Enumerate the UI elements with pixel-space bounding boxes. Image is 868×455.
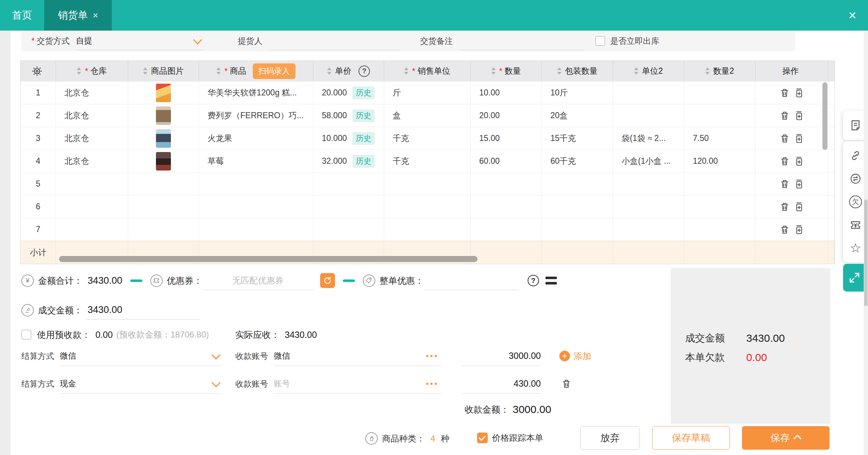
header-product-image[interactable]: 商品图片 — [128, 61, 199, 81]
cell-unit2[interactable]: 袋(1袋 ≈ 2... — [613, 127, 684, 150]
sort-icons[interactable] — [634, 67, 638, 75]
copy-row-icon[interactable] — [792, 86, 806, 100]
page-scrollbar-thumb[interactable] — [864, 199, 868, 306]
cell-price[interactable]: 10.000历史 — [313, 127, 384, 150]
header-unit2[interactable]: 单位2 — [613, 61, 684, 81]
cell-product[interactable]: 华美华夫软饼1200g 糕... — [199, 82, 313, 104]
delivery-method-select[interactable]: 自提 — [76, 32, 203, 50]
price-help-icon[interactable]: ? — [359, 66, 370, 77]
payment-amount-input[interactable]: 3000.00 — [462, 346, 541, 366]
cell-qty2[interactable] — [684, 173, 755, 195]
header-product[interactable]: * 商品 扫码录入 — [199, 61, 313, 81]
product-image[interactable] — [156, 84, 171, 102]
cell-price[interactable]: 32.000历史 — [313, 150, 384, 172]
copy-row-icon[interactable] — [792, 177, 806, 191]
payment-amount-input[interactable]: 430.00 — [462, 374, 541, 394]
tab-close-icon[interactable]: × — [93, 10, 98, 21]
cell-sale-unit[interactable] — [384, 195, 471, 218]
cell-qty2[interactable] — [684, 218, 755, 241]
delivery-note-input[interactable] — [459, 32, 584, 50]
cell-qty[interactable]: 10.00 — [471, 82, 542, 104]
cell-qty2[interactable] — [684, 82, 755, 104]
save-button[interactable]: 保存 — [742, 426, 830, 450]
cell-sale-unit[interactable] — [384, 218, 471, 241]
sort-icons[interactable] — [705, 67, 710, 75]
cell-sale-unit[interactable]: 盒 — [384, 104, 471, 127]
copy-row-icon[interactable] — [792, 154, 806, 168]
cell-sale-unit[interactable]: 千克 — [384, 127, 471, 150]
cell-qty[interactable]: 60.00 — [471, 150, 542, 172]
delete-payment-icon[interactable] — [559, 377, 574, 391]
product-image[interactable] — [156, 106, 171, 125]
settle-method-select[interactable]: 微信 — [60, 346, 222, 366]
cell-product[interactable]: 草莓 — [199, 150, 313, 172]
debt-icon[interactable]: 欠 — [848, 195, 863, 209]
tab-home[interactable]: 首页 — [0, 0, 44, 31]
header-sale-unit[interactable]: * 销售单位 — [384, 61, 471, 81]
cell-price[interactable] — [313, 218, 384, 241]
whole-order-discount-input[interactable] — [424, 271, 518, 290]
cell-warehouse[interactable]: 北京仓 — [56, 127, 128, 150]
more-accounts-icon[interactable] — [426, 355, 437, 357]
horizontal-scrollbar-thumb[interactable] — [59, 256, 477, 262]
header-qty2[interactable]: 数量2 — [684, 61, 755, 81]
settle-method-select[interactable]: 现金 — [60, 374, 222, 394]
sort-icons[interactable] — [557, 67, 561, 75]
immediate-outbound-checkbox[interactable] — [595, 36, 605, 46]
cell-pack-qty[interactable] — [542, 195, 613, 218]
scan-entry-button[interactable]: 扫码录入 — [253, 63, 296, 79]
delete-row-icon[interactable] — [778, 223, 792, 237]
cell-price[interactable]: 20.000历史 — [313, 82, 384, 104]
cell-warehouse[interactable]: 北京仓 — [56, 82, 128, 104]
header-pack-qty[interactable]: 包装数量 — [542, 61, 613, 81]
cell-qty[interactable] — [471, 173, 542, 195]
cell-product[interactable]: 火龙果 — [199, 127, 313, 150]
cell-warehouse[interactable] — [56, 195, 128, 218]
cell-product[interactable] — [199, 195, 313, 218]
delete-row-icon[interactable] — [778, 109, 792, 123]
cell-warehouse[interactable]: 北京仓 — [56, 104, 128, 127]
coupon-input[interactable]: 无匹配优惠券 — [203, 271, 314, 290]
delete-row-icon[interactable] — [778, 177, 792, 191]
add-payment-button[interactable]: + 添加 — [559, 350, 591, 362]
sort-icons[interactable] — [404, 67, 408, 75]
cell-sale-unit[interactable]: 斤 — [384, 82, 471, 104]
delete-row-icon[interactable] — [778, 154, 792, 168]
refresh-coupon-button[interactable] — [320, 273, 335, 288]
voucher-icon[interactable] — [848, 218, 863, 232]
header-price[interactable]: 单价 ? — [313, 61, 384, 81]
cell-product[interactable] — [199, 218, 313, 241]
delete-row-icon[interactable] — [778, 200, 792, 214]
cell-pack-qty[interactable]: 10斤 — [542, 82, 613, 104]
cell-sale-unit[interactable]: 千克 — [384, 150, 471, 172]
window-close-icon[interactable]: × — [842, 0, 863, 31]
cell-pack-qty[interactable]: 15千克 — [542, 127, 613, 150]
copy-row-icon[interactable] — [792, 200, 806, 214]
cell-qty[interactable]: 20.00 — [471, 104, 542, 127]
sort-icons[interactable] — [491, 67, 496, 75]
cell-pack-qty[interactable]: 60千克 — [542, 150, 613, 172]
cell-pack-qty[interactable]: 20盒 — [542, 104, 613, 127]
link-icon[interactable] — [848, 148, 863, 163]
deal-amount-input[interactable]: 3430.00 — [85, 301, 199, 320]
cell-qty[interactable] — [471, 218, 542, 241]
sort-icons[interactable] — [77, 67, 81, 75]
cell-warehouse[interactable] — [56, 173, 128, 195]
cell-price[interactable]: 58.000历史 — [313, 104, 384, 127]
history-price-badge[interactable]: 历史 — [352, 132, 375, 145]
column-settings-button[interactable] — [21, 61, 56, 81]
note-doc-icon[interactable] — [848, 118, 863, 132]
sort-icons[interactable] — [143, 67, 147, 75]
discount-help-icon[interactable]: ? — [528, 275, 539, 286]
cell-warehouse[interactable]: 北京仓 — [56, 150, 128, 172]
product-image[interactable] — [156, 129, 171, 148]
cell-qty[interactable]: 15.00 — [471, 127, 542, 150]
sort-icons[interactable] — [327, 67, 331, 75]
picker-input[interactable] — [269, 32, 400, 50]
cell-warehouse[interactable] — [56, 218, 128, 241]
use-advance-checkbox[interactable] — [21, 330, 31, 340]
cell-sale-unit[interactable] — [384, 173, 471, 195]
cell-price[interactable] — [313, 195, 384, 218]
copy-row-icon[interactable] — [792, 223, 806, 237]
save-draft-button[interactable]: 保存草稿 — [652, 426, 730, 450]
